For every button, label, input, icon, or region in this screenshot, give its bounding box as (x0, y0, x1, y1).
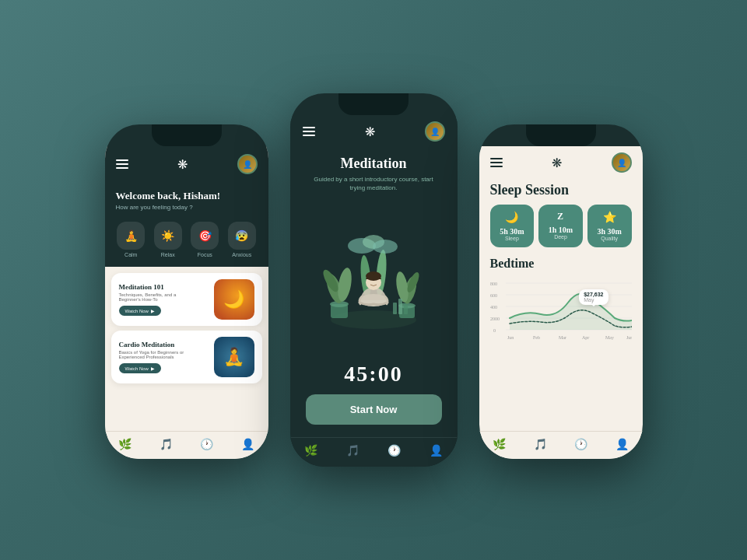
card2-image: 🧘 (214, 337, 254, 377)
deep-value: 1h 10m (543, 226, 578, 234)
nav-music-icon-3[interactable]: 🎵 (534, 438, 547, 451)
nav-history-icon-3[interactable]: 🕐 (574, 438, 587, 451)
meditation-subtitle: Guided by a short introductory course, s… (306, 175, 442, 192)
play-icon-1: ▶ (151, 308, 155, 313)
svg-text:400: 400 (490, 305, 497, 310)
svg-text:Jun: Jun (507, 335, 514, 340)
nav-history-icon-2[interactable]: 🕐 (388, 444, 401, 457)
stat-sleep: 🌙 5h 30m Sleep (490, 205, 535, 247)
focus-icon: 🎯 (191, 222, 219, 250)
welcome-section: Welcome back, Hisham! How are you feelin… (105, 182, 268, 215)
anxious-label: Anxious (232, 252, 251, 257)
stat-quality: ⭐ 3h 30m Quality (587, 205, 632, 247)
chart-container: 800 600 400 2000 0 Jun F (490, 275, 632, 345)
relax-icon: ☀️ (154, 222, 182, 250)
cards-section: Meditation 101 Techniques, Benefits, and… (105, 267, 268, 431)
card2-title: Cardio Meditation (119, 341, 197, 348)
svg-point-15 (373, 240, 398, 254)
start-now-button[interactable]: Start Now (306, 394, 442, 425)
watch-now-button-1[interactable]: Watch Now ▶ (119, 306, 161, 316)
nav-home-icon-3[interactable]: 🌿 (493, 438, 506, 451)
phone-home: ❋ 👤 Welcome back, Hisham! How are you fe… (105, 124, 268, 459)
sleep-value: 5h 30m (495, 227, 530, 236)
mood-focus[interactable]: 🎯 Focus (191, 222, 219, 257)
play-icon-2: ▶ (151, 366, 155, 371)
calm-label: Calm (124, 252, 137, 257)
relax-label: Relax (161, 252, 175, 257)
svg-rect-19 (393, 303, 397, 314)
card1-desc: Techniques, Benefits, and a Beginner's H… (119, 292, 197, 302)
menu-icon-3[interactable] (490, 158, 503, 167)
nav-profile-icon[interactable]: 👤 (241, 438, 254, 451)
lotus-icon-2: ❋ (365, 124, 375, 139)
nav-home-icon-2[interactable]: 🌿 (304, 444, 317, 457)
stat-deep: Z 1h 10m Deep (538, 205, 583, 247)
avatar[interactable]: 👤 (237, 154, 258, 174)
svg-text:Feb: Feb (533, 335, 540, 340)
svg-text:Apr: Apr (582, 335, 589, 340)
focus-label: Focus (198, 252, 212, 257)
anxious-icon: 😰 (228, 222, 256, 250)
moods-section: 🧘 Calm ☀️ Relax 🎯 Focus 😰 Anxious (105, 215, 268, 267)
deep-z-icon: Z (543, 211, 578, 222)
sleep-moon-icon: 🌙 (495, 211, 530, 224)
deep-label: Deep (543, 234, 578, 240)
meditation-title-section: Meditation Guided by a short introductor… (290, 148, 458, 197)
lotus-icon: ❋ (177, 157, 188, 172)
svg-text:Mar: Mar (559, 335, 566, 340)
chart-tooltip: $27,632 May (579, 289, 608, 305)
nav-home-icon[interactable]: 🌿 (118, 438, 132, 451)
menu-icon[interactable] (116, 159, 128, 169)
phone2-screen: ❋ 👤 Meditation Guided by a short introdu… (290, 115, 458, 467)
svg-text:800: 800 (490, 282, 497, 286)
phone1-header: ❋ 👤 (105, 146, 268, 182)
bedtime-chart: 800 600 400 2000 0 Jun F (490, 275, 632, 428)
nav-profile-icon-2[interactable]: 👤 (430, 444, 443, 457)
svg-text:0: 0 (493, 328, 496, 333)
mood-relax[interactable]: ☀️ Relax (154, 222, 182, 257)
card1-image: 🌙 (214, 279, 254, 320)
welcome-subtitle: How are you feeling today ? (116, 204, 258, 211)
avatar-3[interactable]: 👤 (612, 152, 632, 173)
svg-rect-20 (398, 299, 402, 314)
phone-sleep: ❋ 👤 Sleep Session 🌙 5h 30m Sleep Z 1h 10… (479, 124, 643, 459)
svg-text:Jun: Jun (626, 335, 632, 340)
phone-meditation: ❋ 👤 Meditation Guided by a short introdu… (290, 93, 458, 467)
sleep-stats: 🌙 5h 30m Sleep Z 1h 10m Deep ⭐ 3h 30m Qu… (479, 205, 643, 254)
meditation-title: Meditation (306, 156, 442, 172)
meditation-101-card: Meditation 101 Techniques, Benefits, and… (111, 273, 262, 326)
nav-history-icon[interactable]: 🕐 (200, 438, 213, 451)
meditation-svg (315, 219, 432, 335)
phone3-screen: ❋ 👤 Sleep Session 🌙 5h 30m Sleep Z 1h 10… (479, 146, 643, 459)
quality-value: 3h 30m (592, 227, 627, 236)
svg-rect-21 (404, 304, 408, 314)
quality-star-icon: ⭐ (592, 211, 627, 224)
card2-desc: Basics of Yoga for Beginners or Experien… (119, 350, 197, 359)
nav-music-icon-2[interactable]: 🎵 (346, 444, 359, 457)
tooltip-label: May (584, 297, 603, 303)
card1-title: Meditation 101 (119, 283, 197, 291)
meditation-timer: 45:00 (290, 357, 458, 394)
lotus-icon-3: ❋ (552, 156, 562, 170)
card1-text: Meditation 101 Techniques, Benefits, and… (119, 283, 197, 316)
sleep-title-section: Sleep Session (479, 179, 643, 205)
svg-text:600: 600 (490, 293, 497, 298)
nav-music-icon[interactable]: 🎵 (160, 438, 173, 451)
bottom-nav-2: 🌿 🎵 🕐 👤 (290, 437, 458, 467)
bedtime-title: Bedtime (479, 254, 643, 275)
sleep-label: Sleep (495, 236, 530, 241)
menu-icon-2[interactable] (303, 127, 315, 136)
watch-label-1: Watch Now (125, 309, 149, 313)
meditation-illustration (290, 197, 458, 357)
mood-calm[interactable]: 🧘 Calm (117, 222, 145, 257)
mood-anxious[interactable]: 😰 Anxious (228, 222, 256, 257)
bottom-nav-1: 🌿 🎵 🕐 👤 (105, 431, 268, 459)
cardio-meditation-card: Cardio Meditation Basics of Yoga for Beg… (111, 331, 262, 383)
avatar-2[interactable]: 👤 (425, 121, 445, 142)
svg-text:May: May (605, 335, 614, 340)
watch-now-button-2[interactable]: Watch Now ▶ (119, 363, 161, 373)
phone3-header: ❋ 👤 (479, 146, 643, 179)
nav-profile-icon-3[interactable]: 👤 (615, 438, 629, 451)
calm-icon: 🧘 (117, 222, 145, 250)
chart-svg: 800 600 400 2000 0 Jun F (490, 275, 632, 341)
